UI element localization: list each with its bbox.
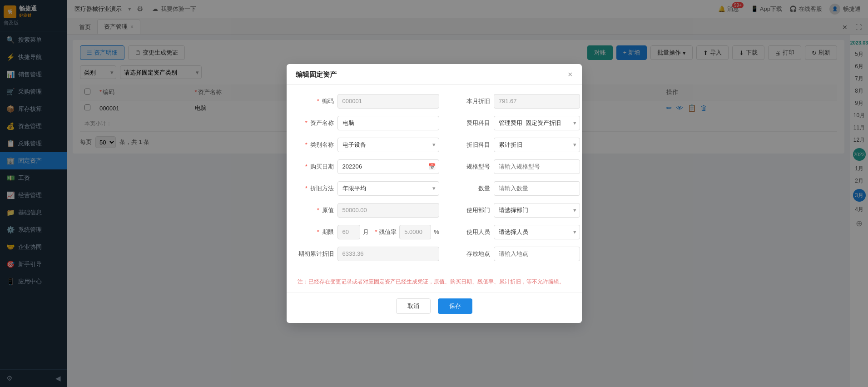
residual-rate-label: * 残值率 bbox=[375, 228, 397, 236]
cancel-button[interactable]: 取消 bbox=[396, 298, 431, 314]
modal-footer: 取消 保存 bbox=[287, 293, 582, 323]
use-dept-dropdown[interactable]: 请选择部门 bbox=[494, 203, 580, 218]
form-row-dep-account: 折旧科目 累计折旧 bbox=[454, 138, 580, 152]
category-select-wrap: 电子设备 bbox=[337, 138, 439, 152]
form-row-location: 存放地点 bbox=[454, 247, 580, 261]
modal-left-col: * 编码 * 资产名称 bbox=[298, 94, 439, 268]
monthly-dep-input bbox=[494, 94, 580, 109]
form-row-use-person: 使用人员 请选择人员 bbox=[454, 225, 580, 239]
category-label: * 类别名称 bbox=[298, 141, 334, 149]
location-input[interactable] bbox=[494, 247, 580, 261]
period-inline: 月 * 残值率 % bbox=[337, 225, 439, 239]
modal-close-btn[interactable]: × bbox=[568, 70, 573, 79]
code-label: * 编码 bbox=[298, 97, 334, 105]
form-row-dep-method: * 折旧方法 年限平均 bbox=[298, 181, 439, 196]
use-person-dropdown[interactable]: 请选择人员 bbox=[494, 225, 580, 239]
form-row-original-value: * 原值 bbox=[298, 203, 439, 218]
use-person-label: 使用人员 bbox=[454, 228, 490, 236]
form-row-code: * 编码 bbox=[298, 94, 439, 109]
use-dept-wrap: 请选择部门 bbox=[494, 203, 580, 218]
residual-rate-input[interactable] bbox=[399, 225, 431, 239]
dep-method-label: * 折旧方法 bbox=[298, 184, 334, 193]
form-row-initial-dep: 期初累计折旧 bbox=[298, 247, 439, 261]
calendar-icon[interactable]: 📅 bbox=[428, 163, 436, 170]
initial-dep-label: 期初累计折旧 bbox=[298, 250, 334, 258]
period-input[interactable] bbox=[337, 225, 360, 239]
use-person-wrap: 请选择人员 bbox=[494, 225, 580, 239]
dep-account-label: 折旧科目 bbox=[454, 141, 490, 149]
modal-note: 注：已经存在变更记录或者对应固定资产已经生成凭证，原值、购买日期、残值率、累计折… bbox=[287, 278, 582, 293]
form-row-expense-account: 费用科目 管理费用_固定资产折旧 bbox=[454, 116, 580, 130]
spec-input[interactable] bbox=[494, 159, 580, 174]
form-row-period: * 期限 月 * 残值率 % bbox=[298, 225, 439, 239]
period-unit: 月 bbox=[363, 228, 369, 236]
dep-account-wrap: 累计折旧 bbox=[494, 138, 580, 152]
location-label: 存放地点 bbox=[454, 250, 490, 258]
form-row-use-dept: 使用部门 请选择部门 bbox=[454, 203, 580, 218]
monthly-dep-label: 本月折旧 bbox=[454, 97, 490, 105]
dep-method-select-wrap: 年限平均 bbox=[337, 181, 439, 196]
use-dept-label: 使用部门 bbox=[454, 206, 490, 214]
edit-asset-modal: 编辑固定资产 × * 编码 bbox=[287, 64, 582, 323]
modal-title: 编辑固定资产 bbox=[296, 70, 337, 79]
modal-overlay: 编辑固定资产 × * 编码 bbox=[0, 0, 868, 387]
form-row-purchase-date: * 购买日期 📅 bbox=[298, 159, 439, 174]
form-row-category: * 类别名称 电子设备 bbox=[298, 138, 439, 152]
form-row-asset-name: * 资产名称 bbox=[298, 116, 439, 130]
save-button[interactable]: 保存 bbox=[438, 298, 472, 314]
form-row-spec: 规格型号 bbox=[454, 159, 580, 174]
form-row-monthly-dep: 本月折旧 bbox=[454, 94, 580, 109]
spec-label: 规格型号 bbox=[454, 163, 490, 171]
original-value-input[interactable] bbox=[337, 203, 439, 218]
category-dropdown[interactable]: 电子设备 bbox=[337, 138, 439, 152]
initial-dep-input[interactable] bbox=[337, 247, 439, 261]
dep-method-dropdown[interactable]: 年限平均 bbox=[337, 181, 439, 196]
expense-account-wrap: 管理费用_固定资产折旧 bbox=[494, 116, 580, 130]
expense-account-dropdown[interactable]: 管理费用_固定资产折旧 bbox=[494, 116, 580, 130]
purchase-date-label: * 购买日期 bbox=[298, 163, 334, 171]
form-row-quantity: 数量 bbox=[454, 181, 580, 196]
period-label: * 期限 bbox=[298, 228, 334, 236]
expense-account-label: 费用科目 bbox=[454, 119, 490, 127]
purchase-date-wrap: 📅 bbox=[337, 159, 439, 174]
modal-right-col: 本月折旧 费用科目 管理费用_固定资产折旧 折旧科 bbox=[454, 94, 580, 268]
original-value-label: * 原值 bbox=[298, 206, 334, 214]
modal-body: * 编码 * 资产名称 bbox=[287, 85, 582, 278]
modal-grid: * 编码 * 资产名称 bbox=[298, 94, 571, 268]
quantity-input[interactable] bbox=[494, 181, 580, 196]
residual-rate-unit: % bbox=[434, 228, 439, 235]
code-input[interactable] bbox=[337, 94, 439, 109]
quantity-label: 数量 bbox=[454, 184, 490, 193]
asset-name-input[interactable] bbox=[337, 116, 439, 130]
modal-header: 编辑固定资产 × bbox=[287, 64, 582, 85]
asset-name-label: * 资产名称 bbox=[298, 119, 334, 127]
purchase-date-input[interactable] bbox=[337, 159, 439, 174]
dep-account-dropdown[interactable]: 累计折旧 bbox=[494, 138, 580, 152]
